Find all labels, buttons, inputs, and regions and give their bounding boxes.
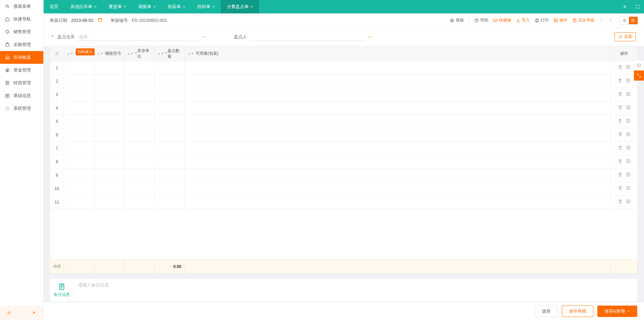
- cell-avail[interactable]: [185, 182, 611, 195]
- cell-spec[interactable]: [94, 142, 125, 155]
- sidebar-item-finance[interactable]: 资金管理: [0, 64, 43, 77]
- action-history[interactable]: 历史单据: [572, 17, 594, 23]
- add-icon[interactable]: [626, 92, 631, 97]
- close-icon[interactable]: ×: [94, 4, 97, 9]
- th-avail[interactable]: ▲▼可用量(包装): [185, 46, 611, 61]
- cell-qty[interactable]: [155, 195, 185, 209]
- cell-spec[interactable]: [94, 128, 125, 141]
- add-icon[interactable]: [626, 186, 631, 191]
- delete-icon[interactable]: [618, 172, 623, 178]
- sidebar-item-purchase[interactable]: 采购管理: [0, 38, 43, 51]
- th-goods[interactable]: ▲▼*商品 扫码录入: [64, 46, 94, 61]
- table-row[interactable]: 3: [50, 88, 638, 101]
- discard-button[interactable]: 放弃: [535, 306, 558, 317]
- cell-spec[interactable]: [94, 155, 125, 168]
- add-icon[interactable]: [626, 65, 631, 71]
- tab-portion-count[interactable]: 分量盘点单×: [221, 0, 259, 13]
- remark-input[interactable]: [73, 279, 638, 302]
- sidebar-item-inventory[interactable]: 库存核算: [0, 51, 43, 64]
- float-expand[interactable]: [634, 71, 644, 81]
- warehouse-more[interactable]: ···: [202, 34, 207, 39]
- cell-spec[interactable]: [94, 88, 125, 101]
- settings-button[interactable]: 设置: [614, 32, 636, 41]
- cell-unit[interactable]: [125, 195, 155, 209]
- action-operate[interactable]: 操作: [553, 17, 567, 23]
- cell-spec[interactable]: [94, 169, 125, 182]
- sidebar-item-business[interactable]: 经营管理: [0, 77, 43, 89]
- sidebar-item-quicknav[interactable]: 快捷导航: [0, 13, 43, 26]
- table-row[interactable]: 4: [50, 101, 638, 115]
- cell-unit[interactable]: [125, 155, 155, 168]
- cell-goods[interactable]: [64, 115, 94, 128]
- cell-unit[interactable]: [125, 88, 155, 101]
- add-icon[interactable]: [626, 119, 631, 124]
- sidebar-item-sales[interactable]: 销售管理: [0, 26, 43, 38]
- delete-icon[interactable]: [618, 119, 623, 124]
- cell-spec[interactable]: [94, 115, 125, 128]
- close-icon[interactable]: ×: [251, 4, 253, 9]
- close-icon[interactable]: ×: [124, 4, 126, 9]
- cell-qty[interactable]: [155, 169, 185, 182]
- collapse-icon[interactable]: [32, 310, 37, 316]
- cell-avail[interactable]: [185, 61, 611, 74]
- person-more[interactable]: ···: [368, 34, 373, 39]
- sidebar-item-search[interactable]: 搜索菜单: [0, 0, 43, 13]
- delete-icon[interactable]: [618, 132, 623, 138]
- delete-icon[interactable]: [618, 65, 623, 71]
- close-icon[interactable]: ×: [212, 4, 215, 9]
- cell-avail[interactable]: [185, 88, 611, 101]
- cell-spec[interactable]: [94, 195, 125, 209]
- table-row[interactable]: 7: [50, 142, 638, 155]
- cell-spec[interactable]: [94, 75, 125, 88]
- delete-icon[interactable]: [618, 78, 623, 84]
- delete-icon[interactable]: [618, 186, 623, 191]
- tab-assemble[interactable]: 组装单×: [162, 0, 191, 13]
- th-spec[interactable]: ▲▼规格型号: [94, 46, 125, 61]
- view-form[interactable]: [629, 17, 638, 24]
- tabs-fullscreen[interactable]: [631, 0, 644, 13]
- cell-qty[interactable]: [155, 142, 185, 155]
- add-icon[interactable]: [626, 145, 631, 151]
- table-row[interactable]: 9: [50, 169, 638, 182]
- action-next[interactable]: [608, 18, 613, 23]
- cell-spec[interactable]: [94, 61, 125, 74]
- tab-other-out[interactable]: 其他出库单×: [64, 0, 103, 13]
- cell-avail[interactable]: [185, 115, 611, 128]
- cell-unit[interactable]: [125, 101, 155, 115]
- save-draft-button[interactable]: 保存草稿: [562, 306, 593, 317]
- delete-icon[interactable]: [618, 145, 623, 151]
- cell-qty[interactable]: [155, 101, 185, 115]
- cell-spec[interactable]: [94, 101, 125, 115]
- person-input[interactable]: [250, 33, 364, 41]
- calendar-icon[interactable]: [98, 17, 102, 23]
- cell-avail[interactable]: [185, 169, 611, 182]
- date-value[interactable]: 2023-06-02: [71, 18, 94, 23]
- cell-goods[interactable]: [64, 195, 94, 209]
- add-icon[interactable]: [626, 105, 631, 111]
- cell-qty[interactable]: [155, 61, 185, 74]
- cell-goods[interactable]: [64, 75, 94, 88]
- th-gear[interactable]: [50, 46, 64, 61]
- cell-goods[interactable]: [64, 182, 94, 195]
- th-qty[interactable]: ▲▼*盘点数量: [155, 46, 185, 61]
- cell-goods[interactable]: [64, 155, 94, 168]
- cell-unit[interactable]: [125, 142, 155, 155]
- cell-qty[interactable]: [155, 115, 185, 128]
- cell-avail[interactable]: [185, 155, 611, 168]
- table-row[interactable]: 1: [50, 61, 638, 75]
- sidebar-item-system[interactable]: 系统管理: [0, 102, 43, 115]
- tabs-close-all[interactable]: [618, 0, 631, 13]
- action-video[interactable]: 视频: [450, 17, 464, 23]
- add-icon[interactable]: [626, 199, 631, 205]
- cell-qty[interactable]: [155, 88, 185, 101]
- th-unit[interactable]: ▲▼*库存单位: [125, 46, 155, 61]
- cell-avail[interactable]: [185, 75, 611, 88]
- cell-unit[interactable]: [125, 61, 155, 74]
- cell-avail[interactable]: [185, 195, 611, 209]
- table-row[interactable]: 10: [50, 182, 638, 195]
- sidebar-item-baseinfo[interactable]: 基础信息: [0, 89, 43, 102]
- tab-home[interactable]: 首页: [44, 0, 64, 13]
- cell-unit[interactable]: [125, 128, 155, 141]
- table-row[interactable]: 11: [50, 195, 638, 209]
- cell-goods[interactable]: [64, 61, 94, 74]
